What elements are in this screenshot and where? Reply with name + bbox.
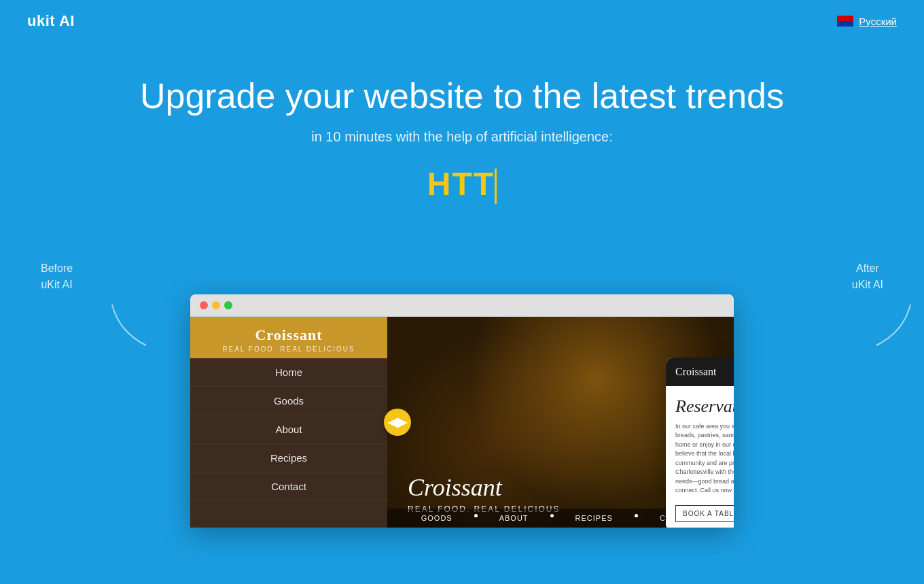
browser-dot-close — [200, 301, 208, 309]
after-arrow-icon — [863, 298, 917, 352]
logo: ukit AI — [27, 12, 75, 30]
mobile-mockup: Croissant Reservations In our cafe area … — [666, 358, 734, 528]
before-site-title: Croissant — [197, 326, 380, 344]
comparison-section: Before uKit AI After uKit AI Croissant — [0, 260, 924, 528]
logo-text: ukit AI — [27, 12, 75, 29]
browser-container: Croissant REAL FOOD. REAL DELICIOUS Home… — [190, 294, 734, 528]
typed-text: HTT — [427, 166, 495, 202]
svg-marker-0 — [143, 342, 149, 349]
before-side: Croissant REAL FOOD. REAL DELICIOUS Home… — [190, 317, 387, 528]
mobile-section-title: Reservations — [675, 396, 734, 417]
before-subtitle: uKit AI — [41, 277, 73, 293]
before-nav-contact[interactable]: Contact — [190, 473, 387, 501]
language-link[interactable]: Русский — [859, 16, 897, 27]
cursor — [495, 169, 497, 204]
before-nav-home[interactable]: Home — [190, 358, 387, 387]
before-label: Before uKit AI — [41, 260, 73, 293]
split-arrows-icon: ◀▶ — [388, 415, 407, 430]
browser-window: Croissant REAL FOOD. REAL DELICIOUS Home… — [190, 294, 734, 528]
before-header: Croissant REAL FOOD. REAL DELICIOUS — [190, 317, 387, 358]
hero-title: Upgrade your website to the latest trend… — [14, 76, 910, 117]
after-label: After uKit AI — [852, 260, 883, 293]
after-title: After — [852, 260, 883, 277]
hero-section: Upgrade your website to the latest trend… — [0, 42, 924, 254]
before-title: Before — [41, 260, 73, 277]
after-nav-dot-2 — [550, 514, 554, 517]
after-nav-about[interactable]: ABOUT — [499, 514, 529, 522]
before-nav: Home Goods About Recipes Contact — [190, 358, 387, 528]
before-site-tagline: REAL FOOD. REAL DELICIOUS — [197, 345, 380, 353]
before-nav-goods[interactable]: Goods — [190, 387, 387, 415]
split-divider-button[interactable]: ◀▶ — [384, 409, 411, 436]
flag-icon — [837, 16, 853, 27]
after-subtitle: uKit AI — [852, 277, 883, 293]
header: ukit AI Русский — [0, 0, 924, 42]
mobile-logo: Croissant — [675, 366, 716, 378]
mobile-cta-button[interactable]: BOOK A TABLE — [675, 505, 734, 522]
before-nav-about[interactable]: About — [190, 415, 387, 444]
language-switcher[interactable]: Русский — [837, 16, 897, 27]
typing-animation: HTT — [14, 165, 910, 206]
browser-content: Croissant REAL FOOD. REAL DELICIOUS Home… — [190, 317, 734, 528]
before-nav-recipes[interactable]: Recipes — [190, 444, 387, 473]
before-arrow-icon — [105, 298, 160, 352]
mobile-header: Croissant — [666, 358, 734, 386]
mobile-body-text: In our cafe area you are invited to purc… — [675, 422, 734, 496]
after-nav-dot-1 — [474, 514, 478, 517]
browser-bar — [190, 294, 734, 317]
after-nav-dot-3 — [635, 514, 638, 517]
browser-dot-maximize — [224, 301, 232, 309]
browser-dot-minimize — [212, 301, 220, 309]
mobile-content: Reservations In our cafe area you are in… — [666, 386, 734, 528]
after-nav-goods[interactable]: GOODS — [421, 514, 452, 522]
after-nav-recipes[interactable]: RECIPES — [575, 514, 613, 522]
hero-subtitle: in 10 minutes with the help of artificia… — [14, 129, 910, 145]
svg-marker-1 — [873, 342, 880, 349]
